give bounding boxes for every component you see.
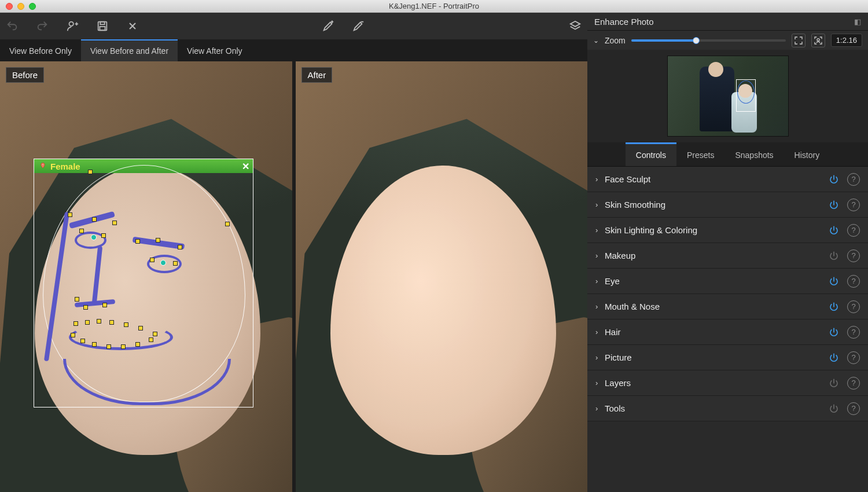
control-section[interactable]: ›Face Sculpt? xyxy=(587,167,868,192)
power-toggle-icon[interactable] xyxy=(827,199,840,211)
power-toggle-icon[interactable] xyxy=(827,173,840,186)
svg-rect-3 xyxy=(100,27,105,30)
close-image-button[interactable] xyxy=(126,20,139,32)
power-toggle-icon[interactable] xyxy=(827,300,840,313)
help-icon[interactable]: ? xyxy=(847,249,860,262)
power-toggle-icon[interactable] xyxy=(827,377,840,390)
navigator-thumbnail[interactable] xyxy=(587,50,868,142)
add-face-button[interactable] xyxy=(66,20,79,32)
control-section[interactable]: ›Skin Lighting & Coloring? xyxy=(587,218,868,243)
control-section-label: Makeup xyxy=(605,251,827,260)
help-icon[interactable]: ? xyxy=(847,377,860,390)
undo-button[interactable] xyxy=(6,20,19,32)
control-section-label: Face Sculpt xyxy=(605,174,827,184)
face-overlay-close-icon[interactable]: ✕ xyxy=(242,161,249,172)
before-pane[interactable]: Before Female ✕ xyxy=(0,61,292,492)
help-icon[interactable]: ? xyxy=(847,173,860,186)
side-panel-title-row: Enhance Photo ◧ xyxy=(587,13,868,30)
svg-rect-2 xyxy=(100,22,104,25)
main-toolbar xyxy=(0,13,587,39)
zoom-ratio[interactable]: 1:2.16 xyxy=(831,34,862,47)
chevron-right-icon: › xyxy=(595,328,605,336)
face-overlay-box[interactable]: Female ✕ xyxy=(34,159,253,407)
control-section-label: Layers xyxy=(605,378,827,388)
svg-point-5 xyxy=(817,38,819,41)
power-toggle-icon[interactable] xyxy=(827,351,840,364)
control-section[interactable]: ›Picture? xyxy=(587,345,868,370)
chevron-right-icon: › xyxy=(595,404,605,413)
chevron-right-icon: › xyxy=(595,302,605,311)
power-toggle-icon[interactable] xyxy=(827,249,840,262)
face-gender-label: Female xyxy=(50,161,80,171)
chevron-right-icon: › xyxy=(595,200,605,209)
help-icon[interactable]: ? xyxy=(847,326,860,339)
after-image xyxy=(296,61,588,492)
chevron-right-icon: › xyxy=(595,277,605,285)
chevron-right-icon: › xyxy=(595,226,605,234)
control-section[interactable]: ›Tools? xyxy=(587,396,868,421)
control-section[interactable]: ›Hair? xyxy=(587,320,868,345)
power-toggle-icon[interactable] xyxy=(827,402,840,415)
save-button[interactable] xyxy=(96,20,109,32)
control-section-label: Eye xyxy=(605,276,827,286)
tab-controls[interactable]: Controls xyxy=(626,142,676,166)
pin-icon xyxy=(39,162,47,170)
tab-view-before-after[interactable]: View Before and After xyxy=(81,39,178,61)
zoom-face-button[interactable] xyxy=(811,34,825,47)
zoom-label: Zoom xyxy=(605,36,626,45)
before-after-split: Before Female ✕ xyxy=(0,61,587,492)
control-section[interactable]: ›Makeup? xyxy=(587,243,868,269)
power-toggle-icon[interactable] xyxy=(827,224,840,237)
svg-point-0 xyxy=(69,22,73,26)
controls-list: ›Face Sculpt?›Skin Smoothing?›Skin Light… xyxy=(587,167,868,492)
zoom-fit-button[interactable] xyxy=(792,34,806,47)
control-section[interactable]: ›Eye? xyxy=(587,269,868,294)
chevron-right-icon: › xyxy=(595,379,605,387)
side-panel-title: Enhance Photo xyxy=(594,17,654,27)
help-icon[interactable]: ? xyxy=(847,300,860,313)
control-section[interactable]: ›Skin Smoothing? xyxy=(587,192,868,218)
tab-view-after-only[interactable]: View After Only xyxy=(178,39,251,61)
tab-view-before-only[interactable]: View Before Only xyxy=(0,39,81,61)
help-icon[interactable]: ? xyxy=(847,199,860,211)
navigator-face-oval xyxy=(737,80,755,104)
zoom-collapse-chevron-icon[interactable]: ⌄ xyxy=(593,36,599,45)
svg-point-4 xyxy=(42,164,43,165)
control-section-label: Tools xyxy=(605,403,827,413)
help-icon[interactable]: ? xyxy=(847,275,860,288)
section-tabs: Controls Presets Snapshots History xyxy=(587,142,868,167)
window-titlebar: K&Jeng1.NEF - PortraitPro xyxy=(0,0,868,13)
zoom-slider[interactable] xyxy=(631,39,786,42)
after-label: After xyxy=(301,67,333,83)
chevron-right-icon: › xyxy=(595,175,605,183)
chevron-right-icon: › xyxy=(595,353,605,362)
popout-panel-icon[interactable]: ◧ xyxy=(854,17,861,26)
control-section-label: Hair xyxy=(605,327,827,337)
zoom-row: ⌄ Zoom 1:2.16 xyxy=(587,30,868,50)
control-section-label: Skin Smoothing xyxy=(605,200,827,210)
power-toggle-icon[interactable] xyxy=(827,275,840,288)
control-section[interactable]: ›Mouth & Nose? xyxy=(587,294,868,320)
brush-remove-button[interactable] xyxy=(352,20,365,32)
help-icon[interactable]: ? xyxy=(847,351,860,364)
control-section-label: Picture xyxy=(605,353,827,362)
before-label: Before xyxy=(6,67,44,83)
control-section-label: Skin Lighting & Coloring xyxy=(605,225,827,235)
chevron-right-icon: › xyxy=(595,251,605,260)
after-pane[interactable]: After xyxy=(296,61,588,492)
tab-history[interactable]: History xyxy=(784,142,830,166)
help-icon[interactable]: ? xyxy=(847,402,860,415)
redo-button[interactable] xyxy=(36,20,49,32)
control-section-label: Mouth & Nose xyxy=(605,302,827,311)
tab-snapshots[interactable]: Snapshots xyxy=(724,142,784,166)
tab-presets[interactable]: Presets xyxy=(676,142,724,166)
canvas-area: View Before Only View Before and After V… xyxy=(0,13,587,492)
side-panel: Enhance Photo ◧ ⌄ Zoom 1:2.16 xyxy=(587,13,868,492)
help-icon[interactable]: ? xyxy=(847,224,860,237)
control-section[interactable]: ›Layers? xyxy=(587,370,868,396)
window-title: K&Jeng1.NEF - PortraitPro xyxy=(0,2,868,10)
brush-add-button[interactable] xyxy=(322,20,334,32)
view-mode-tabs: View Before Only View Before and After V… xyxy=(0,39,587,61)
power-toggle-icon[interactable] xyxy=(827,326,840,339)
layers-icon-button[interactable] xyxy=(569,20,582,32)
